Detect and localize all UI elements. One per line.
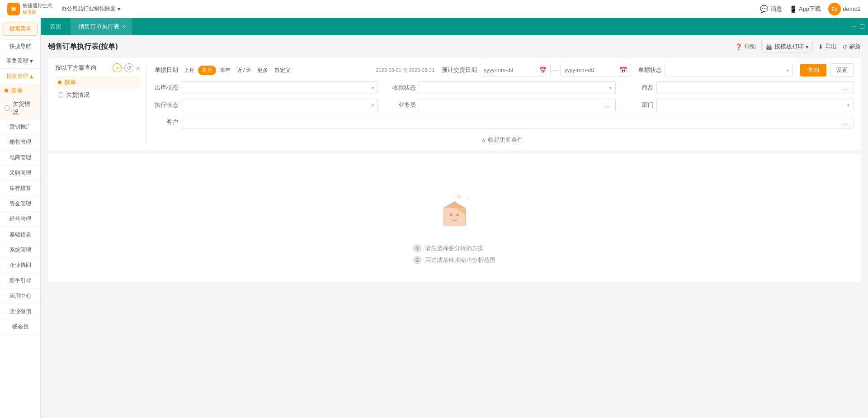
product-more-icon[interactable]: … [840, 85, 849, 91]
sidebar-item-system[interactable]: 系统管理 [0, 242, 40, 258]
sidebar-item-retail[interactable]: 零售管理 ▼ [0, 53, 40, 68]
sidebar-item-sales[interactable]: 销售管理 [0, 135, 40, 150]
hint-num-2: 2 [413, 256, 421, 264]
search-menu-button[interactable]: 搜索菜单 [3, 22, 38, 36]
predict-date-start-input[interactable]: 📅 [480, 64, 551, 76]
sidebar-item-basic-info[interactable]: 基础信息 [0, 227, 40, 242]
date-tab-more[interactable]: 更多 [255, 66, 271, 75]
shipment-label: 出库状态 [151, 84, 178, 92]
svg-point-4 [456, 214, 459, 216]
collapse-sidebar-button[interactable]: « [136, 64, 140, 71]
predict-end-field[interactable] [564, 67, 619, 73]
sidebar-item-enterprise[interactable]: 企业协同 [0, 258, 40, 273]
filter-row-4: 客户 … [151, 116, 854, 128]
main-layout: 搜索菜单 快捷导航 零售管理 ▼ 批发管理 ▲ 按单 [0, 18, 868, 418]
sidebar-item-enterprise-wechat[interactable]: 企业微信 [0, 304, 40, 319]
message-button[interactable]: 💬 消息 [760, 5, 782, 13]
sidebar-sub-item-欠货情况[interactable]: 欠货情况 [0, 97, 40, 119]
setting-button[interactable]: 设置 [830, 63, 854, 77]
app-download-button[interactable]: 📱 App下载 [789, 5, 821, 13]
sidebar-item-app-center[interactable]: 应用中心 [0, 289, 40, 304]
filter-field-exec: 执行状态 ▾ [151, 99, 378, 111]
tab-actions: ─ □ [848, 23, 868, 31]
help-button[interactable]: ❓ 帮助 [735, 43, 756, 51]
filter-panel: 按以下方案查询 + ↺ « 按单 [48, 58, 861, 150]
scheme-option-按单[interactable]: 按单 [55, 76, 140, 89]
date-tab-custom[interactable]: 自定义 [272, 66, 293, 75]
scheme-option-欠货情况[interactable]: 欠货情况 [55, 89, 140, 101]
predict-date-end-input[interactable]: 📅 [560, 64, 631, 76]
quick-nav-button[interactable]: 快捷导航 [0, 40, 40, 53]
user-menu[interactable]: Ea demo2 [828, 3, 861, 15]
sidebar-item-management[interactable]: 经营管理 [0, 212, 40, 227]
filter-row-3: 执行状态 ▾ 业务员 [151, 99, 854, 111]
add-scheme-button[interactable]: + [113, 63, 122, 72]
customer-label: 客户 [151, 118, 178, 126]
sidebar-search-area: 搜索菜单 [0, 18, 40, 40]
sidebar: 搜索菜单 快捷导航 零售管理 ▼ 批发管理 ▲ 按单 [0, 18, 41, 418]
sidebar-sub-item-按单[interactable]: 按单 [0, 84, 40, 97]
hint-num-1: 1 [413, 244, 421, 252]
empty-hint-2: 2 用过滤条件来缩小分析范围 [413, 256, 495, 264]
sidebar-item-purchase[interactable]: 采购管理 [0, 166, 40, 181]
sidebar-item-member[interactable]: 畅会员 [0, 319, 40, 335]
sidebar-item-wholesale[interactable]: 批发管理 ▲ [0, 69, 40, 84]
tab-home[interactable]: 首页 [41, 18, 71, 35]
chevron-down-icon: ▼ [29, 58, 34, 64]
top-bar-right: 💬 消息 📱 App下载 Ea demo2 [760, 3, 861, 15]
refresh-scheme-button[interactable]: ↺ [124, 63, 133, 72]
salesperson-select[interactable]: … [419, 99, 616, 111]
exec-label: 执行状态 [151, 101, 178, 109]
shipment-select[interactable]: ▾ [181, 81, 378, 94]
sidebar-item-marketing[interactable]: 营销推广 [0, 119, 40, 135]
date-range-text: 2023-03-01 至 2023-03-31 [376, 67, 434, 74]
sidebar-item-ecommerce[interactable]: 电商管理 [0, 150, 40, 166]
tab-minimize-icon[interactable]: ─ [851, 23, 856, 31]
collapse-more-button[interactable]: ∧ 收起更多条件 [151, 133, 854, 145]
payment-label: 收款状态 [389, 84, 416, 92]
predict-date-label: 预计交货日期 [442, 66, 477, 74]
date-tab-this-year[interactable]: 本年 [217, 66, 233, 75]
filter-field-date: 单据日期 上月 本月 本年 近7天 更多 自定义 [151, 66, 372, 75]
inactive-circle-icon [5, 105, 10, 111]
refresh-button[interactable]: ↺ 刷新 [842, 43, 861, 51]
calendar-end-icon[interactable]: 📅 [619, 66, 627, 74]
product-select[interactable]: … [656, 81, 854, 94]
customer-more-icon[interactable]: … [840, 119, 849, 126]
sidebar-item-finance[interactable]: 资金管理 [0, 196, 40, 212]
empty-state: 1 请先选择要分析的方案 2 用过滤条件来缩小分析范围 [48, 154, 861, 282]
page-title: 销售订单执行表(按单) [48, 42, 118, 52]
avatar: Ea [828, 3, 841, 15]
salesperson-more-icon[interactable]: … [602, 102, 612, 109]
dept-select[interactable]: ▾ [656, 99, 854, 111]
sidebar-item-inventory[interactable]: 库存核算 [0, 181, 40, 196]
date-tab-this-month[interactable]: 本月 [198, 66, 216, 75]
filter-sidebar-title: 按以下方案查询 + ↺ « [55, 63, 140, 72]
status-select[interactable]: ▾ [665, 64, 793, 76]
customer-select[interactable]: … [181, 116, 854, 128]
search-button[interactable]: 查询 [800, 64, 826, 76]
tab-close-icon[interactable]: × [122, 24, 125, 30]
filter-field-status: 单据状态 ▾ [635, 64, 793, 76]
product-label: 商品 [627, 84, 654, 92]
print-button[interactable]: 🖨️ 按模板打印 ▾ [761, 41, 813, 52]
date-tab-last-month[interactable]: 上月 [181, 66, 197, 75]
calendar-start-icon[interactable]: 📅 [539, 66, 547, 74]
print-chevron-icon: ▾ [806, 43, 809, 50]
date-tab-7days[interactable]: 近7天 [234, 66, 254, 75]
active-scheme-dot-icon [58, 81, 61, 84]
sidebar-group-retail: 零售管理 ▼ [0, 53, 40, 69]
industry-selector[interactable]: 办公用品行业模拟账套 ▾ [61, 5, 120, 13]
payment-select[interactable]: ▾ [419, 81, 616, 94]
active-dot-icon [5, 89, 8, 92]
tab-sales-exec[interactable]: 销售订单执行表 × [71, 18, 132, 35]
date-group: 上月 本月 本年 近7天 更多 自定义 [181, 66, 372, 75]
sidebar-item-newbie[interactable]: 新手引导 [0, 273, 40, 289]
exec-select[interactable]: ▾ [181, 99, 378, 111]
tab-maximize-icon[interactable]: □ [860, 23, 864, 31]
predict-start-field[interactable] [484, 67, 539, 73]
exec-chevron-icon: ▾ [372, 103, 374, 108]
export-button[interactable]: ⬇ 导出 [818, 43, 837, 51]
export-icon: ⬇ [818, 43, 823, 50]
logo-icon: 畅 [7, 3, 20, 15]
